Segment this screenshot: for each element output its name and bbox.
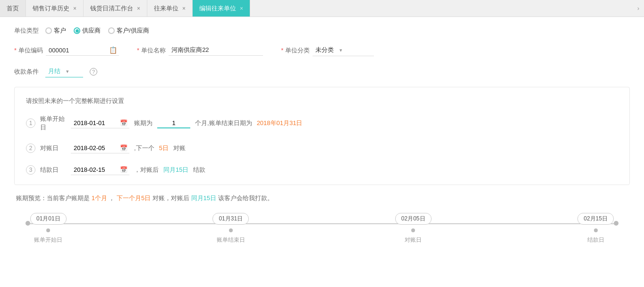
payment-term-select[interactable]: 月结 ▾ [45, 66, 83, 77]
period-num-3: 3 [26, 165, 35, 175]
timeline-start-dot [25, 221, 30, 226]
timeline-label-3: 对账日 [405, 236, 422, 244]
unit-code-input[interactable] [46, 45, 107, 55]
unit-type-row: 单位类型 客户 供应商 客户/供应商 [14, 26, 630, 35]
timeline-nodes: 01月01日 账单开始日 01月31日 账单结束日 02月05日 对账日 02月… [30, 213, 614, 244]
tab-cash-work[interactable]: 钱货日清工作台 × [84, 0, 147, 17]
period-desc-2-suffix: 对账 [173, 144, 186, 152]
payment-term-label: 收款条件 [14, 68, 39, 76]
preview-highlight3: 同月15日 [191, 194, 216, 202]
tab-cash-work-label: 钱货日清工作台 [90, 4, 133, 13]
unit-category-label: 单位分类 [285, 46, 310, 55]
timeline-label-2: 账单结束日 [217, 236, 245, 244]
unit-category-group: * 单位分类 未分类 ▾ [281, 44, 374, 56]
timeline-dot-4 [594, 228, 598, 232]
preview-suffix: 该客户会给我打款。 [218, 194, 273, 202]
period-desc-2-prefix: ,下一个 [134, 144, 154, 152]
unit-code-label: 单位编码 [18, 46, 43, 55]
radio-customer-circle [45, 27, 52, 34]
timeline-label-4: 结款日 [587, 236, 604, 244]
preview-highlight2: 下一个月5日 [117, 194, 151, 202]
period-row-1: 1 账单开始日 📅 账期为 个月,账单结束日期为 2018年01月31日 [26, 115, 618, 132]
radio-supplier[interactable]: 供应商 [74, 26, 101, 35]
radio-customer[interactable]: 客户 [45, 26, 66, 35]
unit-category-select[interactable]: 未分类 ▾ [313, 44, 374, 56]
timeline-tag-3: 02月05日 [395, 213, 432, 225]
unit-type-radio-group: 客户 供应商 客户/供应商 [45, 26, 149, 35]
payment-date-input-group: 📅 [71, 165, 129, 175]
reconcile-date-input[interactable] [71, 143, 118, 153]
unit-type-label: 单位类型 [14, 26, 39, 35]
unit-category-value: 未分类 [315, 46, 334, 54]
period-end-date-highlight: 2018年01月31日 [257, 119, 303, 127]
timeline-end-dot [614, 221, 619, 226]
start-date-input[interactable] [71, 118, 118, 128]
period-card-title: 请按照未来的一个完整帐期进行设置 [26, 97, 618, 105]
timeline-node-1: 01月01日 账单开始日 [30, 213, 67, 244]
radio-both[interactable]: 客户/供应商 [108, 26, 149, 35]
period-num-2: 2 [26, 144, 35, 153]
radio-customer-label: 客户 [54, 26, 66, 35]
period-field-label-2: 对账日 [40, 144, 66, 152]
tab-edit-partner[interactable]: 编辑往来单位 × [193, 0, 250, 17]
payment-term-value: 月结 [48, 67, 60, 76]
tab-sales-order[interactable]: 销售订单历史 × [26, 0, 84, 17]
period-months-input[interactable] [157, 118, 190, 128]
tab-bar: 首页 销售订单历史 × 钱货日清工作台 × 往来单位 × 编辑往来单位 × › [0, 0, 644, 17]
period-payment-day: 同月15日 [163, 166, 188, 174]
timeline-node-3: 02月05日 对账日 [395, 213, 432, 244]
unit-code-copy-icon[interactable]: 📋 [107, 46, 119, 54]
tab-sales-order-label: 销售订单历史 [33, 4, 69, 13]
tab-partner-unit[interactable]: 往来单位 × [147, 0, 193, 17]
timeline-dot-3 [411, 228, 415, 232]
unit-code-group: * 单位编码 📋 [14, 45, 119, 56]
timeline-tag-2: 01月31日 [212, 213, 249, 225]
payment-date-input[interactable] [71, 165, 118, 175]
period-reconcile-day: 5日 [159, 144, 169, 152]
tab-edit-partner-close[interactable]: × [240, 5, 243, 12]
reconcile-date-input-group: 📅 [71, 143, 129, 153]
timeline-dot-2 [229, 228, 233, 232]
period-desc-3-prefix: ，对账后 [134, 166, 159, 174]
unit-code-input-wrapper: 📋 [46, 45, 119, 56]
unit-name-required: * [137, 47, 139, 54]
tab-cash-work-close[interactable]: × [137, 5, 140, 12]
timeline-tag-4: 02月15日 [577, 213, 614, 225]
timeline-dot-1 [46, 228, 50, 232]
timeline-tag-1: 01月01日 [30, 213, 67, 225]
tab-edit-partner-label: 编辑往来单位 [199, 4, 236, 13]
radio-supplier-label: 供应商 [82, 26, 101, 35]
unit-code-required: * [14, 47, 17, 54]
period-desc-1-prefix: 账期为 [134, 119, 153, 127]
start-date-input-group: 📅 [71, 118, 129, 128]
chevron-right-icon: › [637, 5, 639, 12]
period-field-label-3: 结款日 [40, 166, 66, 174]
period-num-1: 1 [26, 118, 35, 128]
unit-name-label: 单位名称 [141, 46, 166, 55]
main-content: 单位类型 客户 供应商 客户/供应商 * 单位编码 [0, 17, 644, 287]
start-date-cal-icon[interactable]: 📅 [118, 119, 129, 127]
timeline-node-2: 01月31日 账单结束日 [212, 213, 249, 244]
unit-category-arrow: ▾ [339, 47, 342, 53]
tab-sales-order-close[interactable]: × [73, 5, 76, 12]
tab-partner-unit-close[interactable]: × [182, 5, 186, 12]
unit-info-row: * 单位编码 📋 * 单位名称 * 单位分类 未分类 ▾ [14, 44, 630, 56]
radio-both-label: 客户/供应商 [117, 26, 149, 35]
period-desc-1-suffix: 个月,账单结束日期为 [195, 119, 252, 127]
unit-category-required: * [281, 47, 283, 54]
period-card: 请按照未来的一个完整帐期进行设置 1 账单开始日 📅 账期为 个月,账单结束日期… [14, 87, 630, 185]
payment-date-cal-icon[interactable]: 📅 [118, 166, 129, 173]
period-row-2: 2 对账日 📅 ,下一个 5日 对账 [26, 143, 618, 153]
unit-name-input[interactable] [169, 45, 263, 56]
preview-middle2: 对账，对账后 [153, 194, 189, 202]
payment-term-help-icon[interactable]: ? [90, 68, 97, 76]
tab-home[interactable]: 首页 [0, 0, 26, 17]
tab-more-button[interactable]: › [633, 0, 644, 17]
preview-highlight1: 1个月 [92, 194, 107, 202]
timeline: 01月01日 账单开始日 01月31日 账单结束日 02月05日 对账日 02月… [16, 213, 628, 244]
reconcile-date-cal-icon[interactable]: 📅 [118, 144, 129, 152]
timeline-label-1: 账单开始日 [34, 236, 62, 244]
radio-supplier-circle [74, 27, 80, 34]
tab-home-label: 首页 [7, 4, 19, 13]
period-row-3: 3 结款日 📅 ，对账后 同月15日 结款 [26, 165, 618, 175]
